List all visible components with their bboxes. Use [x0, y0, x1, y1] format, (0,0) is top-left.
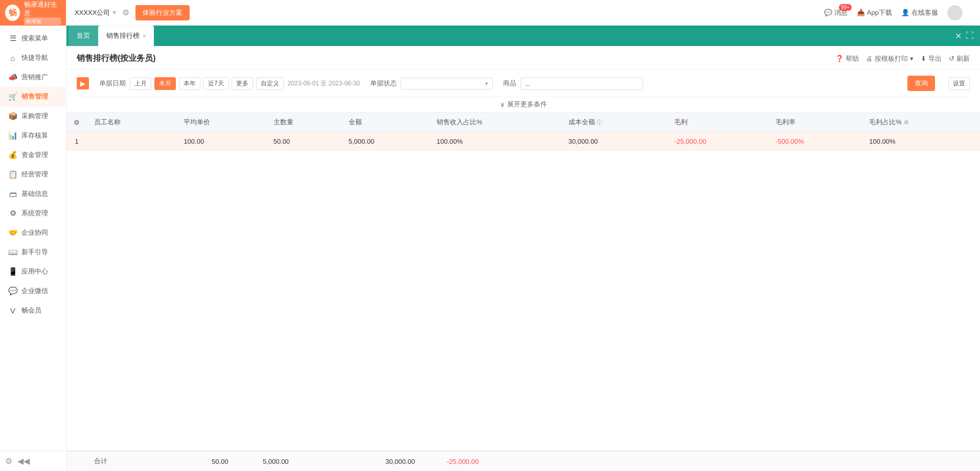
app-icon: 📱 — [8, 267, 17, 276]
app-download-button[interactable]: 📥 App下载 — [857, 8, 892, 17]
export-icon: ⬇ — [921, 55, 926, 62]
sidebar-item-wechat[interactable]: 💬 企业微信 — [0, 281, 66, 301]
settings-bottom-icon[interactable]: ⚙ — [5, 456, 12, 466]
sidebar-item-enterprise[interactable]: 🤝 企业协同 — [0, 223, 66, 242]
date-last-month-btn[interactable]: 上月 — [130, 77, 151, 90]
home-icon: ⌂ — [8, 54, 17, 62]
settings-button[interactable]: 设置 — [948, 77, 970, 90]
th-sales-ratio: 销售收入占比% — [429, 113, 561, 132]
date-last7-btn[interactable]: 近7天 — [203, 77, 229, 90]
th-employee: 员工名称 — [87, 113, 176, 132]
th-avg-price: 平均单价 — [176, 113, 266, 132]
operations-icon: 📋 — [8, 170, 17, 179]
sidebar-item-system[interactable]: ⚙ 系统管理 — [0, 204, 66, 223]
th-settings[interactable]: ⚙ — [66, 113, 87, 132]
tab-close-window-icon[interactable]: ✕ — [955, 31, 962, 41]
date-more-btn[interactable]: 更多 — [232, 77, 253, 90]
sidebar-item-operations[interactable]: 📋 经营管理 — [0, 165, 66, 184]
company-selector[interactable]: XXXXX公司 ▾ — [75, 8, 116, 17]
status-label: 单据状态 — [370, 79, 397, 88]
gross-ratio-info-icon[interactable]: ⚙ — [904, 119, 909, 125]
sidebar-item-purchase[interactable]: 📦 采购管理 — [0, 106, 66, 126]
cell-avg-price: 100.00 — [176, 132, 266, 151]
content-area: 销售排行榜(按业务员) ❓ 帮助 🖨 按模板打印 ▾ ⬇ 导出 — [66, 46, 980, 471]
date-custom-btn[interactable]: 自定义 — [256, 77, 284, 90]
goods-filter: 商品 ... — [503, 77, 643, 90]
th-amount: 全额 — [341, 113, 429, 132]
collapse-icon[interactable]: ◀◀ — [17, 456, 30, 466]
th-main-qty: 主数量 — [266, 113, 341, 132]
sidebar-item-search[interactable]: ☰ 搜索菜单 — [0, 29, 66, 48]
cell-sales-ratio: 100.00% — [429, 132, 561, 151]
th-cost-amount: 成本全额 ⓘ — [561, 113, 667, 132]
sidebar-bottom: ⚙ ◀◀ — [0, 451, 66, 471]
guide-icon: 📖 — [8, 248, 17, 257]
date-current-year-btn[interactable]: 本年 — [179, 77, 200, 90]
trial-button[interactable]: 体验行业方案 — [135, 5, 190, 20]
tab-sales-ranking[interactable]: 销售排行榜 × — [98, 26, 154, 46]
cell-gross-rate: -500.00% — [768, 132, 862, 151]
cell-gross-ratio: 100.00% — [862, 132, 980, 151]
template-print-button[interactable]: 🖨 按模板打印 ▾ — [866, 54, 914, 63]
goods-select[interactable]: ... — [520, 77, 643, 90]
sidebar-item-finance[interactable]: 💰 资金管理 — [0, 145, 66, 165]
status-select[interactable]: ▾ — [401, 78, 493, 89]
th-gross-rate: 毛利率 — [768, 113, 862, 132]
sidebar-item-marketing[interactable]: 📣 营销推广 — [0, 68, 66, 87]
online-support-button[interactable]: 👤 在线客服 — [901, 8, 938, 17]
export-button[interactable]: ⬇ 导出 — [921, 54, 942, 63]
goods-label: 商品 — [503, 79, 516, 88]
date-current-month-btn[interactable]: 本月 — [154, 77, 176, 90]
cost-info-icon[interactable]: ⓘ — [597, 119, 602, 125]
page-header: 销售排行榜(按业务员) ❓ 帮助 🖨 按模板打印 ▾ ⬇ 导出 — [66, 46, 980, 70]
topbar-right: 💬 消息 99+ 📥 App下载 👤 在线客服 — [824, 5, 972, 20]
sidebar-item-inventory[interactable]: 📊 库存核算 — [0, 126, 66, 145]
tabbar: 首页 销售排行榜 × ✕ ⛶ — [66, 26, 980, 46]
query-button[interactable]: 查询 — [907, 76, 935, 91]
avatar[interactable] — [947, 5, 963, 20]
refresh-button[interactable]: ↺ 刷新 — [949, 54, 970, 63]
footer-cost-amount: 30,000.00 — [385, 458, 447, 465]
column-settings-icon[interactable]: ⚙ — [74, 119, 80, 126]
tab-home[interactable]: 首页 — [69, 26, 98, 46]
sidebar-item-guide[interactable]: 📖 新手引导 — [0, 242, 66, 262]
topbar-settings-icon[interactable]: ⚙ — [122, 8, 129, 17]
expand-more-button[interactable]: ∨ 展开更多条件 — [77, 96, 970, 112]
cell-main-qty: 50.00 — [266, 132, 341, 151]
support-icon: 👤 — [901, 9, 909, 16]
marketing-icon: 📣 — [8, 73, 17, 82]
sidebar-item-basics[interactable]: 🗃 基础信息 — [0, 184, 66, 204]
system-icon: ⚙ — [8, 209, 17, 218]
main-area: XXXXX公司 ▾ ⚙ 体验行业方案 💬 消息 99+ 📥 App下载 👤 在线… — [66, 0, 980, 471]
sidebar-item-vip[interactable]: V 畅会员 — [0, 301, 66, 320]
table-container: ⚙ 员工名称 平均单价 主数量 全额 销售收入占比% 成本全额 ⓘ 毛利 — [66, 113, 980, 451]
sidebar-item-quicknav[interactable]: ⌂ 快捷导航 — [0, 48, 66, 68]
page-actions: ❓ 帮助 🖨 按模板打印 ▾ ⬇ 导出 ↺ 刷新 — [835, 54, 970, 63]
table-footer: 合计 50.00 5,000.00 30,000.00 -25,000.00 — [66, 451, 980, 471]
download-icon: 📥 — [857, 9, 865, 16]
table-row: 1 100.00 50.00 5,000.00 100.00% 30,000.0… — [66, 132, 980, 151]
filter-row-1: ▶ 单据日期 上月 本月 本年 近7天 更多 自定义 2023-06-01 至 … — [77, 76, 970, 91]
filter-toggle-button[interactable]: ▶ — [77, 77, 89, 89]
date-range-text: 2023-06-01 至 2023-06-30 — [288, 79, 360, 88]
table-header-row: ⚙ 员工名称 平均单价 主数量 全额 销售收入占比% 成本全额 ⓘ 毛利 — [66, 113, 980, 132]
vip-icon: V — [8, 306, 17, 315]
footer-gross: -25,000.00 — [447, 458, 508, 465]
tab-maximize-icon[interactable]: ⛶ — [966, 31, 974, 41]
th-gross: 毛利 — [667, 113, 768, 132]
footer-main-qty: 50.00 — [212, 458, 263, 465]
tab-close-icon[interactable]: × — [143, 33, 146, 39]
status-filter: 单据状态 ▾ — [370, 78, 493, 89]
help-button[interactable]: ❓ 帮助 — [835, 54, 859, 63]
sidebar-item-appstore[interactable]: 📱 应用中心 — [0, 262, 66, 281]
date-filter-buttons: 上月 本月 本年 近7天 更多 自定义 — [130, 77, 284, 90]
cell-employee — [87, 132, 176, 151]
finance-icon: 💰 — [8, 150, 17, 160]
sales-icon: 🛒 — [8, 92, 17, 101]
filter-bar: ▶ 单据日期 上月 本月 本年 近7天 更多 自定义 2023-06-01 至 … — [66, 70, 980, 113]
date-label: 单据日期 — [99, 79, 126, 88]
purchase-icon: 📦 — [8, 111, 17, 121]
messages-button[interactable]: 💬 消息 99+ — [824, 8, 848, 17]
sidebar-item-sales[interactable]: 🛒 销售管理 — [0, 87, 66, 106]
refresh-icon: ↺ — [949, 55, 954, 62]
